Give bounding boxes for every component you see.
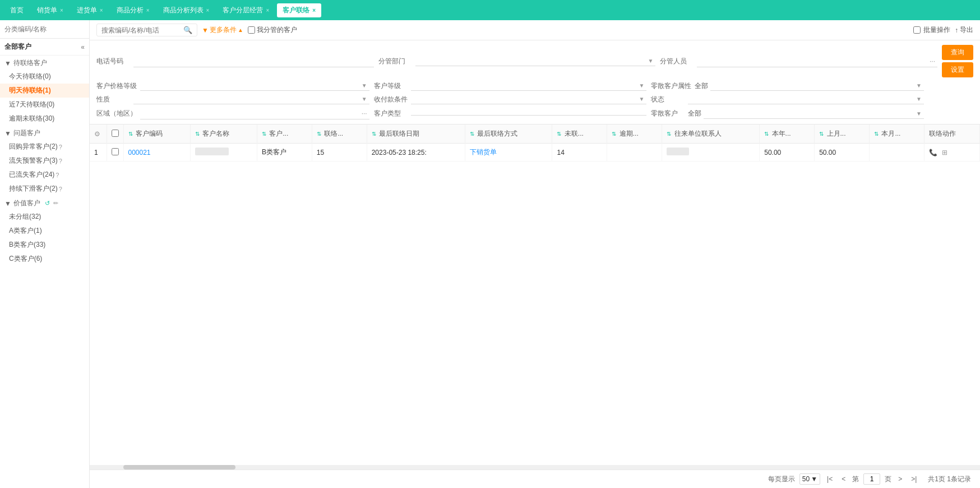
gear-icon[interactable]: ⚙ [94, 130, 100, 138]
sort-icon-code: ⇅ [128, 131, 133, 137]
table-header-row: ⚙ ⇅ 客户编码 ⇅ 客户名称 [90, 125, 980, 144]
phone-action-icon[interactable]: 📞 [929, 149, 937, 156]
my-customers-check[interactable] [248, 26, 255, 34]
sidebar-item-class-a[interactable]: A类客户(1) [0, 224, 89, 238]
sort-icon-uncontacted: ⇅ [557, 131, 561, 137]
more-conditions-btn[interactable]: ▼ 更多条件 ▲ [202, 25, 243, 35]
retail-customer-select[interactable]: ▼ [704, 109, 924, 119]
manager-select[interactable]: ··· [697, 56, 937, 67]
close-customer-contact-icon[interactable]: × [312, 7, 316, 13]
price-level-arrow: ▼ [362, 82, 367, 89]
sidebar-item-repurchase-abnormal[interactable]: 回购异常客户(2) ? [0, 140, 89, 154]
cell-last-method[interactable]: 下销货单 [465, 144, 552, 162]
value-edit-icon[interactable]: ✏ [53, 200, 58, 207]
nav-customer-contact[interactable]: 客户联络 × [277, 3, 321, 17]
sidebar-item-class-c[interactable]: C类客户(6) [0, 252, 89, 266]
close-customer-tier-icon[interactable]: × [266, 7, 269, 13]
sidebar-search-container: 🔍 [0, 20, 89, 39]
sort-icon-overdue: ⇅ [612, 131, 616, 137]
last-page-btn[interactable]: >| [909, 474, 919, 484]
cell-overdue [607, 144, 662, 162]
sidebar-item-today-contact[interactable]: 今天待联络(0) [0, 70, 89, 84]
customer-level-select[interactable]: ▼ [411, 81, 647, 91]
nature-select[interactable]: ▼ [133, 94, 369, 104]
set-button[interactable]: 设置 [942, 62, 973, 77]
filter-manager: 分管人员 ··· [660, 56, 937, 67]
col-gear: ⚙ [90, 125, 107, 144]
region-select[interactable]: ··· [140, 108, 369, 119]
customer-type-select[interactable] [411, 112, 647, 116]
price-level-label: 客户价格等级 [96, 81, 137, 91]
sidebar-all-customers[interactable]: 全部客户 « [0, 39, 89, 56]
main-search-icon[interactable]: 🔍 [183, 26, 192, 34]
nav-product-analysis[interactable]: 商品分析 × [111, 3, 155, 17]
close-sales-icon[interactable]: × [60, 7, 63, 13]
select-all-checkbox[interactable] [112, 130, 119, 137]
prev-page-btn[interactable]: < [839, 474, 848, 484]
phone-input[interactable] [133, 56, 374, 67]
all-customers-label: 全部客户 [4, 42, 31, 52]
page-size-select[interactable]: 50 ▼ [799, 473, 820, 485]
main-search-input[interactable] [101, 26, 183, 34]
page-number-input[interactable] [863, 473, 880, 485]
cell-name[interactable] [190, 144, 257, 162]
sidebar-item-class-b[interactable]: B类客户(33) [0, 238, 89, 252]
retail-attr-select[interactable]: ▼ [710, 81, 924, 91]
page-label: 第 [852, 475, 859, 484]
nav-sales[interactable]: 销货单 × [31, 3, 69, 17]
cell-last-month: 50.00 [815, 144, 870, 162]
sort-icon-method: ⇅ [470, 131, 474, 137]
row-checkbox[interactable] [112, 148, 119, 155]
filter-row-3: 性质 ▼ 收付款条件 ▼ 状态 [96, 94, 973, 104]
page-size-arrow: ▼ [811, 475, 817, 483]
sidebar-item-churn-warning[interactable]: 流失预警客户(3) ? [0, 154, 89, 168]
sidebar-item-overdue-contact[interactable]: 逾期未联络(30) [0, 112, 89, 126]
sidebar-item-tomorrow-contact[interactable]: 明天待联络(1) [0, 84, 89, 98]
value-refresh-icon[interactable]: ↺ [45, 200, 50, 207]
horizontal-scrollbar[interactable] [90, 465, 980, 469]
col-contact-count: ⇅ 联络... [312, 125, 367, 144]
cell-type: B类客户 [257, 144, 312, 162]
payment-select[interactable]: ▼ [411, 94, 647, 104]
my-customers-checkbox[interactable]: 我分管的客户 [248, 25, 297, 35]
retail-customer-label: 零散客户 [651, 109, 685, 118]
export-btn[interactable]: ↑ 导出 [955, 25, 973, 35]
filter-payment: 收付款条件 ▼ [374, 94, 647, 104]
query-button[interactable]: 查询 [942, 45, 973, 60]
cell-code[interactable]: 000021 [123, 144, 190, 162]
nav-product-analysis-list[interactable]: 商品分析列表 × [158, 3, 215, 17]
sidebar-item-ungrouped[interactable]: 未分组(32) [0, 210, 89, 224]
close-product-list-icon[interactable]: × [206, 7, 210, 13]
payment-label: 收付款条件 [374, 95, 408, 104]
close-product-analysis-icon[interactable]: × [146, 7, 150, 13]
total-records-info: 共1页 1条记录 [928, 475, 971, 484]
dept-dropdown-arrow: ▼ [648, 58, 653, 64]
nav-purchase[interactable]: 进货单 × [71, 3, 109, 17]
sort-icon-person: ⇅ [667, 131, 671, 137]
page-size-label: 每页显示 [768, 475, 795, 484]
price-level-select[interactable]: ▼ [140, 81, 369, 91]
batch-operation-btn[interactable]: 批量操作 [913, 25, 950, 35]
sidebar-item-churned[interactable]: 已流失客户(24) ? [0, 168, 89, 182]
phone-label: 电话号码 [96, 57, 130, 66]
retail-attr-label: 零散客户属性 [651, 81, 691, 91]
sidebar-item-7days-contact[interactable]: 近7天待联络(0) [0, 98, 89, 112]
customers-table: ⚙ ⇅ 客户编码 ⇅ 客户名称 [90, 125, 980, 162]
first-page-btn[interactable]: |< [825, 474, 835, 484]
sort-icon-this-month: ⇅ [874, 131, 879, 137]
col-this-month: ⇅ 本月... [870, 125, 924, 144]
nav-home[interactable]: 首页 [4, 3, 29, 17]
status-select[interactable]: ▼ [688, 94, 924, 104]
filter-retail-customer: 零散客户 全部 ▼ [651, 109, 924, 119]
customer-level-arrow: ▼ [639, 82, 644, 89]
sidebar-item-declining[interactable]: 持续下滑客户(2) ? [0, 182, 89, 196]
next-page-btn[interactable]: > [896, 474, 904, 484]
nav-customer-tier[interactable]: 客户分层经营 × [217, 3, 275, 17]
sidebar-search-input[interactable] [4, 25, 89, 33]
qr-action-icon[interactable]: ⊞ [942, 149, 947, 156]
last-method-link[interactable]: 下销货单 [470, 148, 497, 156]
dept-select[interactable]: ▼ [415, 56, 656, 66]
scrollbar-thumb[interactable] [123, 465, 235, 469]
batch-check[interactable] [913, 26, 921, 34]
close-purchase-icon[interactable]: × [100, 7, 103, 13]
